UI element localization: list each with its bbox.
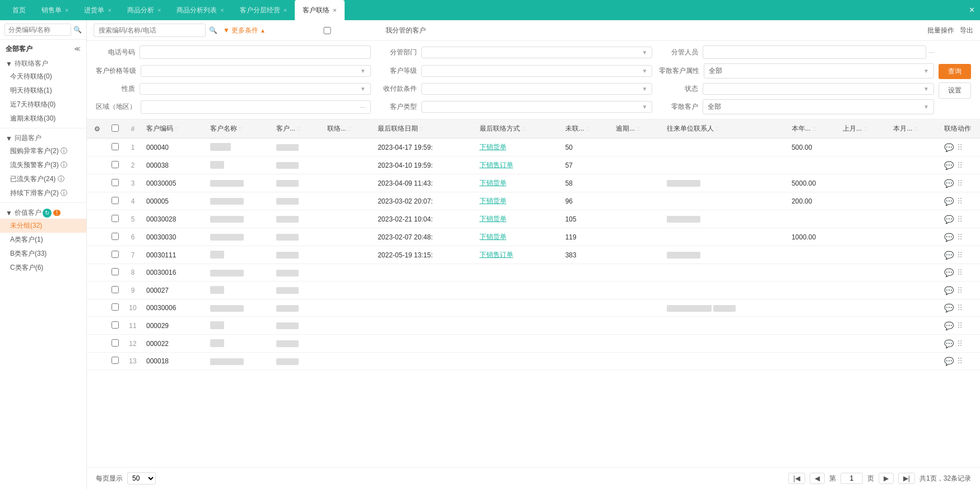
row-grid-icon-4[interactable]: ⠿ <box>957 215 963 224</box>
col-code-header[interactable]: 客户编码 :: <box>143 119 207 139</box>
tab-purchase-close[interactable]: × <box>108 7 111 13</box>
row-chat-icon-12[interactable]: 💬 <box>944 357 954 366</box>
row-checkbox-10[interactable] <box>112 321 119 329</box>
tab-purchase[interactable]: 进货单 × <box>76 0 119 20</box>
row-chat-icon-3[interactable]: 💬 <box>944 197 954 206</box>
sidebar-item-class-a[interactable]: A类客户(1) <box>0 233 86 247</box>
sidebar-item-churned[interactable]: 已流失客户(24) ⓘ <box>0 172 86 186</box>
tab-customer-tier[interactable]: 客户分层经营 × <box>232 0 295 20</box>
more-filter-button[interactable]: ▼ 更多条件 ▲ <box>223 26 266 35</box>
row-chat-icon-4[interactable]: 💬 <box>944 215 954 224</box>
filter-dept-select[interactable]: ▼ <box>421 47 653 58</box>
sidebar-item-tomorrow[interactable]: 明天待联络(1) <box>0 84 86 98</box>
row-grid-icon-3[interactable]: ⠿ <box>957 197 963 206</box>
row-checkbox-8[interactable] <box>112 286 119 293</box>
filter-price-grade-select[interactable]: ▼ <box>141 65 371 77</box>
filter-manager-dots[interactable]: ··· <box>928 48 934 56</box>
col-check-header[interactable] <box>107 119 123 139</box>
filter-payment-select[interactable]: ▼ <box>421 83 653 95</box>
row-last-method-7[interactable] <box>476 264 562 282</box>
search-button[interactable]: 🔍 <box>209 26 217 34</box>
filter-retail-attr-select[interactable]: 全部 ▼ <box>704 63 934 79</box>
row-last-method-1[interactable]: 下销售订单 <box>476 156 562 174</box>
filter-customer-type-select[interactable]: ▼ <box>421 101 653 113</box>
all-customers-header[interactable]: 全部客户 ≪ <box>0 40 86 56</box>
sidebar-item-class-c[interactable]: C类客户(6) <box>0 261 86 275</box>
row-grid-icon-6[interactable]: ⠿ <box>957 251 963 260</box>
row-checkbox-7[interactable] <box>112 268 119 275</box>
row-checkbox-11[interactable] <box>112 339 119 347</box>
row-grid-icon-0[interactable]: ⠿ <box>957 143 963 152</box>
row-chat-icon-6[interactable]: 💬 <box>944 251 954 260</box>
row-grid-icon-12[interactable]: ⠿ <box>957 357 963 366</box>
row-chat-icon-5[interactable]: 💬 <box>944 233 954 242</box>
row-check-12[interactable] <box>107 353 123 370</box>
search-input[interactable] <box>94 24 206 37</box>
contact-method-link[interactable]: 下销货单 <box>480 215 507 223</box>
row-last-method-2[interactable]: 下销货单 <box>476 174 562 192</box>
row-check-6[interactable] <box>107 246 123 264</box>
row-grid-icon-9[interactable]: ⠿ <box>957 303 963 312</box>
row-last-method-0[interactable]: 下销货单 <box>476 139 562 156</box>
row-check-1[interactable] <box>107 156 123 174</box>
row-chat-icon-8[interactable]: 💬 <box>944 286 954 295</box>
filter-customer-grade-select[interactable]: ▼ <box>421 65 653 77</box>
group-pending-contact[interactable]: ▼ 待联络客户 <box>0 56 86 70</box>
sidebar-item-7days[interactable]: 近7天待联络(0) <box>0 98 86 112</box>
sidebar-item-today[interactable]: 今天待联络(0) <box>0 70 86 84</box>
tab-sales[interactable]: 销售单 × <box>34 0 76 20</box>
row-check-11[interactable] <box>107 335 123 353</box>
col-this-month-header[interactable]: 本月... :: <box>890 119 941 139</box>
row-checkbox-12[interactable] <box>112 357 119 364</box>
row-checkbox-5[interactable] <box>112 233 119 240</box>
row-chat-icon-11[interactable]: 💬 <box>944 339 954 348</box>
row-grid-icon-7[interactable]: ⠿ <box>957 268 963 277</box>
row-last-method-5[interactable]: 下销货单 <box>476 228 562 246</box>
row-check-7[interactable] <box>107 264 123 282</box>
export-button[interactable]: 导出 <box>960 26 973 35</box>
refresh-icon[interactable]: ↻ <box>43 209 52 218</box>
filter-region-select[interactable]: ··· <box>141 100 371 114</box>
sidebar-item-declining[interactable]: 持续下滑客户(2) ⓘ <box>0 186 86 200</box>
col-no-contact-header[interactable]: 未联... :: <box>562 119 612 139</box>
col-overdue-header[interactable]: 逾期... :: <box>612 119 663 139</box>
window-close-icon[interactable]: × <box>969 5 974 15</box>
group-value-customers[interactable]: ▼ 价值客户 ↻ ! <box>0 205 86 219</box>
row-last-method-10[interactable] <box>476 317 562 335</box>
col-company-contact-header[interactable]: 往来单位联系人 :: <box>663 119 788 139</box>
row-checkbox-4[interactable] <box>112 215 119 222</box>
row-checkbox-0[interactable] <box>112 143 119 150</box>
col-this-year-header[interactable]: 本年... :: <box>788 119 839 139</box>
contact-method-link[interactable]: 下销售订单 <box>480 161 513 169</box>
sidebar-item-class-b[interactable]: B类客户(33) <box>0 247 86 261</box>
tab-analysis[interactable]: 商品分析 × <box>119 0 169 20</box>
row-grid-icon-8[interactable]: ⠿ <box>957 286 963 295</box>
row-chat-icon-7[interactable]: 💬 <box>944 268 954 277</box>
col-contact-header[interactable]: 联络... :: <box>324 119 374 139</box>
batch-op-button[interactable]: 批量操作 <box>927 26 954 35</box>
sidebar-item-ungrouped[interactable]: 未分组(32) <box>0 219 86 233</box>
query-button[interactable]: 查询 <box>939 64 971 79</box>
col-settings[interactable]: ⚙ <box>87 119 107 139</box>
tab-sales-close[interactable]: × <box>65 7 68 13</box>
row-last-method-4[interactable]: 下销货单 <box>476 210 562 228</box>
group-problem-customers[interactable]: ▼ 问题客户 <box>0 131 86 144</box>
sidebar-item-hoarding-abnormal[interactable]: 囤购异常客户(2) ⓘ <box>0 144 86 158</box>
row-last-method-9[interactable] <box>476 299 562 317</box>
last-page-button[interactable]: ▶| <box>898 473 915 484</box>
tab-customer-contact[interactable]: 客户联络 × <box>295 0 344 20</box>
col-last-date-header[interactable]: 最后联络日期 :: <box>374 119 476 139</box>
contact-method-link[interactable]: 下销货单 <box>480 143 507 151</box>
row-chat-icon-10[interactable]: 💬 <box>944 321 954 330</box>
col-name-header[interactable]: 客户名称 :: <box>207 119 273 139</box>
tab-customer-contact-close[interactable]: × <box>333 7 336 13</box>
row-checkbox-3[interactable] <box>112 197 119 204</box>
row-check-8[interactable] <box>107 282 123 299</box>
row-grid-icon-2[interactable]: ⠿ <box>957 179 963 188</box>
row-grid-icon-5[interactable]: ⠿ <box>957 233 963 242</box>
row-last-method-3[interactable]: 下销货单 <box>476 192 562 210</box>
row-last-method-8[interactable] <box>476 282 562 299</box>
col-last-month-header[interactable]: 上月... :: <box>839 119 890 139</box>
filter-status-select[interactable]: ▼ <box>703 83 934 95</box>
reset-button[interactable]: 设置 <box>939 82 971 99</box>
